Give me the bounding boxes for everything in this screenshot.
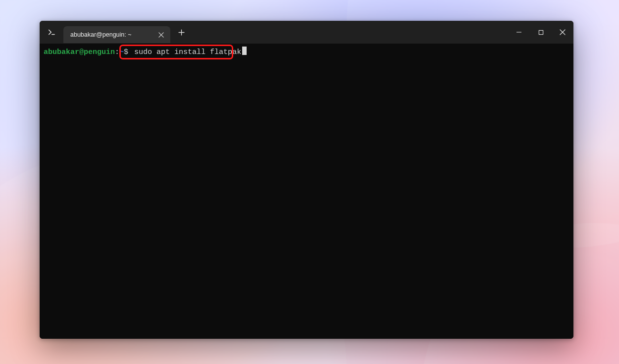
close-icon (158, 32, 164, 38)
minimize-button[interactable] (508, 21, 530, 44)
prompt-user-host: abubakar@penguin (44, 48, 115, 56)
close-icon (560, 29, 566, 35)
minimize-icon (516, 29, 522, 35)
prompt-separator: : (115, 48, 119, 56)
new-tab-button[interactable] (173, 24, 189, 40)
titlebar[interactable]: abubakar@penguin: ~ (40, 21, 573, 44)
tab-active[interactable]: abubakar@penguin: ~ (63, 26, 170, 43)
command-text: sudo apt install flatpak (133, 48, 241, 57)
terminal-body[interactable]: abubakar@penguin:~$ sudo apt install fla… (40, 44, 573, 339)
maximize-icon (538, 30, 544, 35)
prompt-path: ~ (119, 48, 124, 56)
maximize-button[interactable] (530, 21, 552, 44)
close-window-button[interactable] (552, 21, 573, 44)
tab-title: abubakar@penguin: ~ (70, 31, 132, 38)
text-cursor (242, 47, 247, 55)
tab-close-button[interactable] (156, 30, 165, 39)
window-controls (508, 21, 573, 44)
terminal-app-icon (40, 21, 63, 44)
plus-icon (178, 29, 185, 36)
prompt-symbol: $ (124, 48, 128, 56)
prompt-line: abubakar@penguin:~$ sudo apt install fla… (44, 47, 569, 58)
svg-rect-6 (539, 30, 543, 34)
terminal-window: abubakar@penguin: ~ (40, 21, 573, 339)
